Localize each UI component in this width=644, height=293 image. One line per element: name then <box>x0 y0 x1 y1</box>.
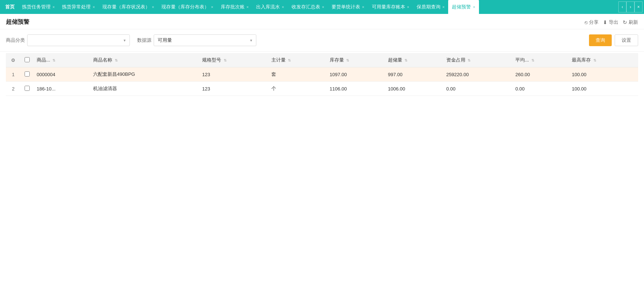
nav-inventory-status-label: 现存量（库存状况表） <box>102 4 150 10</box>
category-select[interactable]: ▾ <box>27 34 130 46</box>
th-stock-label: 库存量 <box>330 57 344 63</box>
nav-exception-close[interactable]: × <box>92 5 95 9</box>
page-area: 超储预警 ⎋ 分享 ⬇ 导出 ↻ 刷新 商品分类 ▾ 数据源 <box>0 14 644 293</box>
page-header: 超储预警 ⎋ 分享 ⬇ 导出 ↻ 刷新 <box>0 14 644 29</box>
nav-summary-label: 收发存汇总表 <box>292 4 320 10</box>
th-spec-sort: ⇅ <box>224 58 227 62</box>
row-product-name: 六配套新昌490BPG <box>90 67 199 82</box>
row-overstock: 997.00 <box>385 67 443 82</box>
refresh-button[interactable]: ↻ 刷新 <box>623 19 638 26</box>
th-product-name-sort: ⇅ <box>115 58 118 62</box>
nav-exception[interactable]: 拣货异常处理 × <box>58 0 98 14</box>
th-product-code-sort: ⇅ <box>52 58 55 62</box>
nav-shelf-life-close[interactable]: × <box>442 5 444 9</box>
datasource-filter-group: 数据源 可用量 ▾ <box>137 34 256 46</box>
th-overstock[interactable]: 超储量 ⇅ <box>385 53 443 67</box>
category-label: 商品分类 <box>6 37 25 44</box>
nav-available-book[interactable]: 可用量库存账本 × <box>368 0 413 14</box>
nav-home-label: 首页 <box>5 4 15 10</box>
nav-home[interactable]: 首页 <box>1 0 18 14</box>
nav-arrow-left[interactable]: ‹ <box>618 1 626 12</box>
th-overstock-label: 超储量 <box>388 57 402 63</box>
nav-order-stats-label: 要货单统计表 <box>332 4 360 10</box>
export-button[interactable]: ⬇ 导出 <box>603 19 618 26</box>
nav-inventory-status[interactable]: 现存量（库存状况表） × <box>99 0 158 14</box>
query-button[interactable]: 查询 <box>589 34 612 46</box>
th-max-stock[interactable]: 最高库存 ⇅ <box>569 53 638 67</box>
nav-overstock-warning-close[interactable]: × <box>473 5 475 9</box>
row-capital: 0.00 <box>443 82 513 96</box>
header-actions: ⎋ 分享 ⬇ 导出 ↻ 刷新 <box>585 19 638 26</box>
th-max-stock-sort: ⇅ <box>593 58 596 62</box>
settings-button[interactable]: 设置 <box>615 34 638 46</box>
nav-inventory-dist-close[interactable]: × <box>211 5 213 9</box>
th-unit[interactable]: 主计量 ⇅ <box>268 53 327 67</box>
select-all-checkbox[interactable] <box>25 57 30 62</box>
nav-available-book-close[interactable]: × <box>407 5 409 9</box>
row-spec: 123 <box>199 82 268 96</box>
th-avg-sort: ⇅ <box>531 58 534 62</box>
row-max-stock: 100.00 <box>569 82 638 96</box>
datasource-label: 数据源 <box>137 37 151 44</box>
export-icon: ⬇ <box>603 19 607 25</box>
nav-batch-account-close[interactable]: × <box>246 5 249 9</box>
th-spec[interactable]: 规格型号 ⇅ <box>199 53 268 67</box>
th-capital[interactable]: 资金占用 ⇅ <box>443 53 513 67</box>
top-nav: 首页 拣货任务管理 × 拣货异常处理 × 现存量（库存状况表） × 现存量（库存… <box>0 0 644 14</box>
th-product-code[interactable]: 商品... ⇅ <box>34 53 90 67</box>
filter-area: 商品分类 ▾ 数据源 可用量 ▾ 查询 设置 <box>0 29 644 52</box>
row-max-stock: 100.00 <box>569 67 638 82</box>
nav-inout-flow-close[interactable]: × <box>282 5 284 9</box>
row-checkbox-cell <box>21 82 34 96</box>
datasource-select[interactable]: 可用量 ▾ <box>154 34 256 46</box>
nav-summary[interactable]: 收发存汇总表 × <box>288 0 328 14</box>
th-max-stock-label: 最高库存 <box>572 57 591 63</box>
table-row: 1 0000004 六配套新昌490BPG 123 套 1097.00 997.… <box>6 67 638 82</box>
th-product-name[interactable]: 商品名称 ⇅ <box>90 53 199 67</box>
nav-exception-label: 拣货异常处理 <box>62 4 91 10</box>
share-button[interactable]: ⎋ 分享 <box>585 19 599 26</box>
nav-inout-flow-label: 出入库流水 <box>256 4 280 10</box>
row-num: 1 <box>6 67 21 82</box>
nav-available-book-label: 可用量库存账本 <box>372 4 405 10</box>
th-product-name-label: 商品名称 <box>93 57 112 63</box>
refresh-label: 刷新 <box>629 19 638 26</box>
th-checkbox <box>21 53 34 67</box>
row-checkbox[interactable] <box>25 71 30 77</box>
nav-arrows: ‹ › × <box>618 1 643 12</box>
nav-batch-account[interactable]: 库存批次账 × <box>217 0 252 14</box>
nav-arrow-right[interactable]: › <box>626 1 634 12</box>
row-unit: 套 <box>268 67 327 82</box>
nav-order-stats-close[interactable]: × <box>362 5 364 9</box>
row-capital: 259220.00 <box>443 67 513 82</box>
nav-arrow-close[interactable]: × <box>634 1 643 12</box>
nav-shelf-life[interactable]: 保质期查询 × <box>413 0 448 14</box>
th-gear: ⚙ <box>6 53 21 67</box>
row-spec: 123 <box>199 67 268 82</box>
row-checkbox-cell <box>21 67 34 82</box>
row-product-code: 0000004 <box>34 67 90 82</box>
nav-task-mgmt[interactable]: 拣货任务管理 × <box>18 0 58 14</box>
table-container: ⚙ 商品... ⇅ 商品名称 ⇅ 规格型号 ⇅ <box>0 53 644 96</box>
row-avg: 260.00 <box>512 67 569 82</box>
nav-inventory-status-close[interactable]: × <box>152 5 154 9</box>
nav-task-mgmt-close[interactable]: × <box>52 5 55 9</box>
datasource-select-arrow: ▾ <box>250 38 252 43</box>
th-avg[interactable]: 平均... ⇅ <box>512 53 569 67</box>
nav-inout-flow[interactable]: 出入库流水 × <box>252 0 288 14</box>
row-stock: 1106.00 <box>327 82 385 96</box>
th-stock[interactable]: 库存量 ⇅ <box>327 53 385 67</box>
row-checkbox[interactable] <box>25 86 30 91</box>
nav-overstock-warning-label: 超储预警 <box>452 4 471 10</box>
nav-summary-close[interactable]: × <box>322 5 324 9</box>
nav-overstock-warning[interactable]: 超储预警 × <box>448 0 479 14</box>
page-title: 超储预警 <box>6 18 29 26</box>
table-body: 1 0000004 六配套新昌490BPG 123 套 1097.00 997.… <box>6 67 638 96</box>
th-overstock-sort: ⇅ <box>405 58 407 62</box>
nav-inventory-dist[interactable]: 现存量（库存分布表） × <box>158 0 217 14</box>
nav-order-stats[interactable]: 要货单统计表 × <box>328 0 368 14</box>
gear-icon[interactable]: ⚙ <box>11 58 15 63</box>
filter-actions: 查询 设置 <box>589 34 638 46</box>
row-overstock: 1006.00 <box>385 82 443 96</box>
row-product-code: 186-10... <box>34 82 90 96</box>
